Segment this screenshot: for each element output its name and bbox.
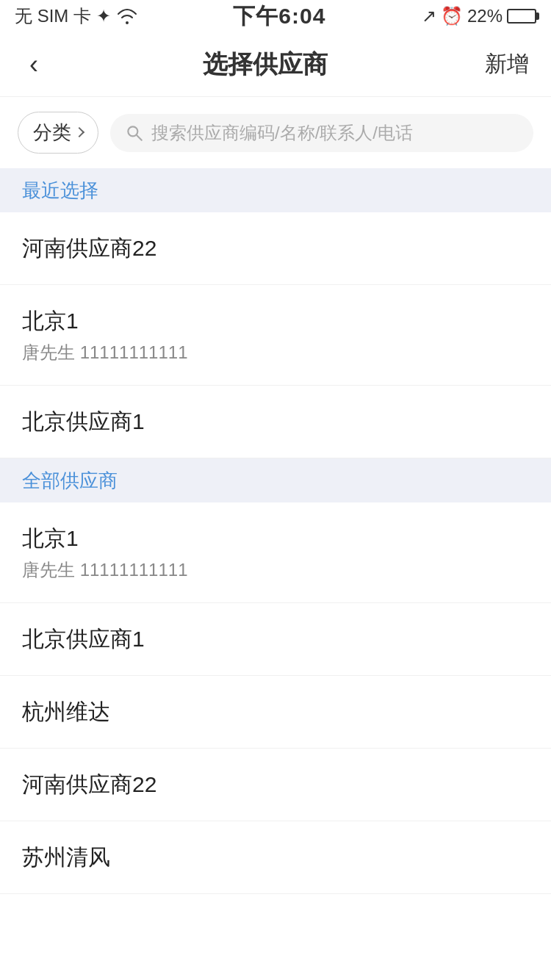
search-placeholder: 搜索供应商编码/名称/联系人/电话 bbox=[151, 121, 413, 145]
supplier-name: 河南供应商22 bbox=[22, 769, 529, 800]
supplier-sub: 唐先生 11111111111 bbox=[22, 341, 529, 364]
supplier-name: 河南供应商22 bbox=[22, 233, 529, 264]
supplier-name: 苏州清风 bbox=[22, 842, 529, 873]
all-section-header: 全部供应商 bbox=[0, 458, 551, 502]
list-item[interactable]: 北京1 唐先生 11111111111 bbox=[0, 285, 551, 386]
svg-line-1 bbox=[137, 135, 142, 140]
search-icon bbox=[125, 123, 144, 143]
recent-section-header: 最近选择 bbox=[0, 168, 551, 212]
supplier-name: 北京1 bbox=[22, 306, 529, 336]
list-item[interactable]: 北京供应商1 bbox=[0, 386, 551, 458]
wifi-icon bbox=[117, 8, 137, 24]
supplier-name: 北京1 bbox=[22, 523, 529, 554]
add-button[interactable]: 新增 bbox=[485, 49, 529, 79]
svg-point-0 bbox=[128, 126, 137, 136]
battery-percent: 22% bbox=[467, 6, 503, 26]
recent-list: 河南供应商22 北京1 唐先生 11111111111 北京供应商1 bbox=[0, 212, 551, 458]
category-button[interactable]: 分类 bbox=[18, 112, 98, 154]
status-left: 无 SIM 卡 ✦ bbox=[15, 4, 137, 28]
list-item[interactable]: 河南供应商22 bbox=[0, 749, 551, 821]
alarm-icon: ⏰ bbox=[441, 6, 463, 26]
status-bar: 无 SIM 卡 ✦ 下午6:04 ↗ ⏰ 22% bbox=[0, 0, 551, 32]
list-item[interactable]: 北京1 唐先生 11111111111 bbox=[0, 502, 551, 603]
nav-bar: ‹ 选择供应商 新增 bbox=[0, 32, 551, 97]
all-list: 北京1 唐先生 11111111111 北京供应商1 杭州维达 河南供应商22 … bbox=[0, 502, 551, 894]
list-item[interactable]: 北京供应商1 bbox=[0, 603, 551, 676]
recent-section-title: 最近选择 bbox=[22, 178, 98, 203]
status-right: ↗ ⏰ 22% bbox=[422, 6, 536, 26]
list-item[interactable]: 苏州清风 bbox=[0, 821, 551, 894]
chevron-right-icon bbox=[74, 126, 84, 137]
supplier-name: 北京供应商1 bbox=[22, 624, 529, 655]
sim-status: 无 SIM 卡 ✦ bbox=[15, 4, 111, 28]
all-section-title: 全部供应商 bbox=[22, 468, 118, 494]
supplier-name: 杭州维达 bbox=[22, 696, 529, 727]
supplier-name: 北京供应商1 bbox=[22, 406, 529, 437]
category-label: 分类 bbox=[33, 120, 71, 145]
status-time: 下午6:04 bbox=[233, 1, 325, 32]
search-input-wrap[interactable]: 搜索供应商编码/名称/联系人/电话 bbox=[110, 114, 533, 152]
list-item[interactable]: 杭州维达 bbox=[0, 676, 551, 749]
location-icon: ↗ bbox=[422, 6, 436, 26]
back-button[interactable]: ‹ bbox=[22, 42, 46, 87]
supplier-sub: 唐先生 11111111111 bbox=[22, 558, 529, 582]
search-bar: 分类 搜索供应商编码/名称/联系人/电话 bbox=[0, 97, 551, 168]
battery-icon bbox=[507, 9, 536, 24]
page-title: 选择供应商 bbox=[203, 48, 328, 82]
list-item[interactable]: 河南供应商22 bbox=[0, 212, 551, 285]
